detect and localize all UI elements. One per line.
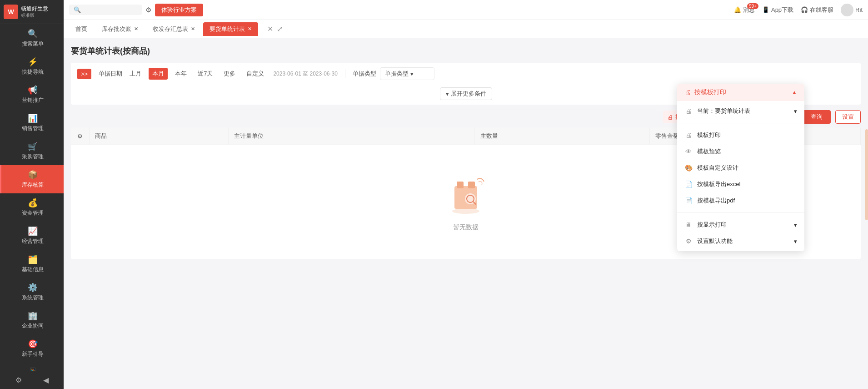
gear-icon: ⚙️ xyxy=(28,283,38,293)
export-pdf-item[interactable]: 📄 按模板导出pdf xyxy=(677,192,804,209)
search-icon: 🔍 xyxy=(28,29,38,39)
export-excel-icon: 📄 xyxy=(684,181,693,188)
tab-batch-account-label: 库存批次账 xyxy=(102,25,131,33)
app-download-label: App下载 xyxy=(771,6,793,14)
template-print-item[interactable]: 🖨 模板打印 xyxy=(677,127,804,143)
dropdown-title: 按模板打印 xyxy=(694,88,726,96)
tab-collection-summary[interactable]: 收发存汇总表 ✕ xyxy=(146,22,201,36)
tab-order-stats-label: 要货单统计表 xyxy=(210,25,245,33)
display-print-icon: 🖥 xyxy=(684,221,693,228)
sidebar-item-label: 搜索菜单 xyxy=(22,40,44,48)
dropdown-section-current: 🖨 当前：要货单统计表 ▾ xyxy=(677,101,804,121)
user-avatar-area[interactable]: Rit xyxy=(841,4,863,16)
sidebar-item-system[interactable]: ⚙️ 系统管理 xyxy=(0,278,64,306)
main-area: 🔍 ⚙ 体验行业方案 🔔 消息 99+ 📱 App下载 🎧 在线客服 Rit xyxy=(64,0,868,389)
sidebar-item-label: 系统管理 xyxy=(22,294,44,302)
sidebar-menu: 🔍 搜索菜单 ⚡ 快捷导航 📢 营销推广 📊 销售管理 🛒 采购管理 📦 库存核… xyxy=(0,24,64,371)
export-pdf-icon: 📄 xyxy=(684,197,693,204)
bell-icon: 🔔 xyxy=(734,6,741,13)
template-preview-label: 模板预览 xyxy=(697,147,721,156)
sidebar-item-shortcut[interactable]: ⚡ 快捷导航 xyxy=(0,52,64,81)
tab-expand-btn[interactable]: ⤢ xyxy=(277,25,283,33)
tab-order-stats[interactable]: 要货单统计表 ✕ xyxy=(203,22,258,36)
sidebar-item-basic[interactable]: 🗂️ 基础信息 xyxy=(0,250,64,278)
prev-month-btn[interactable]: 上月 xyxy=(126,68,145,80)
col-settings[interactable]: ⚙ xyxy=(71,127,89,145)
type-label: 单据类型 xyxy=(353,70,376,78)
sidebar-item-marketing[interactable]: 📢 营销推广 xyxy=(0,81,64,109)
sidebar-item-search[interactable]: 🔍 搜索菜单 xyxy=(0,24,64,52)
message-btn[interactable]: 🔔 消息 99+ xyxy=(734,6,755,14)
user-name: Rit xyxy=(855,6,863,13)
sidebar-item-finance[interactable]: 💰 资金管理 xyxy=(0,193,64,222)
sidebar-item-sales[interactable]: 📊 销售管理 xyxy=(0,109,64,137)
tab-collection-close[interactable]: ✕ xyxy=(191,26,195,32)
sidebar-item-operation[interactable]: 📈 经营管理 xyxy=(0,222,64,250)
tab-batch-account[interactable]: 库存批次账 ✕ xyxy=(95,22,145,36)
sidebar-item-purchase[interactable]: 🛒 采购管理 xyxy=(0,137,64,165)
expand-label: 展开更多条件 xyxy=(451,90,486,98)
page-content: 要货单统计表(按商品) >> 单据日期 上月 本月 本年 近7天 更多 自定义 … xyxy=(64,38,868,389)
settings-btn[interactable]: 设置 xyxy=(835,110,861,124)
lightning-icon: ⚡ xyxy=(28,57,38,67)
app-logo: W 畅通好生意 标准版 xyxy=(0,0,64,24)
template-preview-item[interactable]: 👁 模板预览 xyxy=(677,143,804,160)
expand-more-conditions-btn[interactable]: ▾ 展开更多条件 xyxy=(440,87,492,100)
tabs-bar: 首页 库存批次账 ✕ 收发存汇总表 ✕ 要货单统计表 ✕ ✕ ⤢ xyxy=(64,20,868,38)
topbar-search-box[interactable]: 🔍 xyxy=(69,5,142,15)
online-service-label: 在线客服 xyxy=(810,6,833,14)
display-print-label: 按显示打印 xyxy=(697,221,727,229)
dropdown-divider-2 xyxy=(677,212,804,213)
trial-btn[interactable]: 体验行业方案 xyxy=(155,4,203,16)
sidebar-item-label: 销售管理 xyxy=(22,125,44,132)
export-pdf-label: 按模板导出pdf xyxy=(697,197,735,205)
template-design-icon: 🎨 xyxy=(684,164,693,172)
query-btn[interactable]: 查询 xyxy=(803,110,831,124)
folder-icon: 🗂️ xyxy=(28,254,38,264)
filter-expand-icon-btn[interactable]: >> xyxy=(77,69,91,79)
tab-order-stats-close[interactable]: ✕ xyxy=(248,26,252,32)
filter-divider xyxy=(345,69,345,78)
display-print-item[interactable]: 🖥 按显示打印 ▾ xyxy=(677,217,804,233)
set-default-item[interactable]: ⚙ 设置默认功能 ▾ xyxy=(677,233,804,249)
tab-batch-account-close[interactable]: ✕ xyxy=(134,26,138,32)
footer-settings-icon[interactable]: ⚙ xyxy=(15,376,22,384)
tab-home[interactable]: 首页 xyxy=(69,22,94,36)
col-quantity: 主数量 xyxy=(475,127,650,145)
export-excel-label: 按模板导出excel xyxy=(697,180,740,188)
mobile-icon: 📱 xyxy=(28,367,38,371)
display-print-left: 🖥 按显示打印 xyxy=(684,221,727,229)
expand-icon: ▾ xyxy=(446,91,449,97)
search-input[interactable] xyxy=(83,7,137,13)
empty-illustration xyxy=(443,172,489,218)
topbar: 🔍 ⚙ 体验行业方案 🔔 消息 99+ 📱 App下载 🎧 在线客服 Rit xyxy=(64,0,868,20)
sidebar: W 畅通好生意 标准版 🔍 搜索菜单 ⚡ 快捷导航 📢 营销推广 📊 销售管理 … xyxy=(0,0,64,389)
tab-close-all-btn[interactable]: ✕ xyxy=(267,25,273,33)
sidebar-item-newbie[interactable]: 🎯 新手引导 xyxy=(0,334,64,363)
sidebar-item-label: 库存核算 xyxy=(22,181,44,189)
template-preview-icon: 👁 xyxy=(684,148,693,155)
sidebar-item-corp[interactable]: 🏢 企业协同 xyxy=(0,306,64,334)
current-month-btn[interactable]: 本月 xyxy=(149,68,168,80)
current-year-btn[interactable]: 本年 xyxy=(171,68,190,80)
dropdown-header-left: 🖨 按模板打印 xyxy=(684,88,726,96)
sidebar-item-appstore[interactable]: 📱 应用中心 xyxy=(0,363,64,371)
last7-btn[interactable]: 近7天 xyxy=(194,68,216,80)
footer-collapse-icon[interactable]: ◀ xyxy=(43,376,49,384)
app-download-btn[interactable]: 📱 App下载 xyxy=(762,6,793,14)
sidebar-item-label: 营销推广 xyxy=(22,96,44,104)
custom-date-btn[interactable]: 自定义 xyxy=(243,68,268,80)
online-service-btn[interactable]: 🎧 在线客服 xyxy=(801,6,833,14)
display-chevron-icon: ▾ xyxy=(794,222,797,228)
template-design-item[interactable]: 🎨 模板自定义设计 xyxy=(677,160,804,176)
export-excel-item[interactable]: 📄 按模板导出excel xyxy=(677,176,804,192)
dropdown-up-arrow[interactable]: ▲ xyxy=(792,89,797,96)
topbar-gear-icon[interactable]: ⚙ xyxy=(145,6,151,14)
sidebar-item-inventory[interactable]: 📦 库存核算 xyxy=(0,165,64,193)
printer-header-icon: 🖨 xyxy=(684,89,691,96)
current-chevron-icon: ▾ xyxy=(794,108,797,115)
more-date-btn[interactable]: 更多 xyxy=(220,68,239,80)
type-select[interactable]: 单据类型 ▾ xyxy=(380,67,434,80)
current-template-item[interactable]: 🖨 当前：要货单统计表 ▾ xyxy=(677,103,804,119)
sidebar-item-label: 新手引导 xyxy=(22,350,44,358)
